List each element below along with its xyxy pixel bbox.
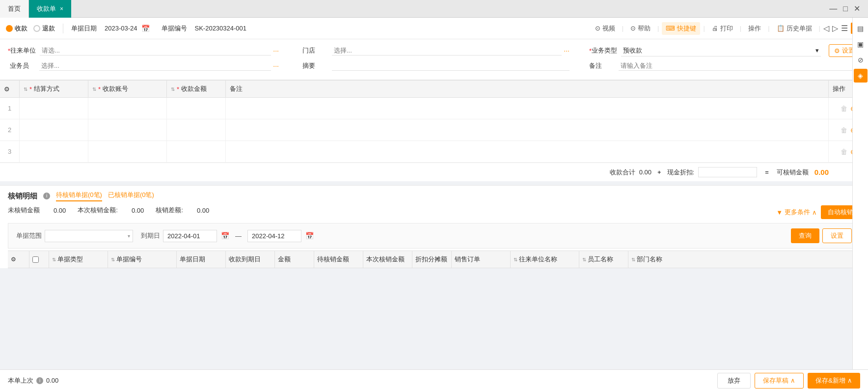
sort-icon-1: ⇅ — [24, 86, 27, 92]
more-conditions-button[interactable]: ▼ 更多条件 ∧ — [776, 208, 817, 217]
list-view-icon[interactable]: ☰ — [841, 24, 848, 33]
bth-bill-date: 单据日期 — [177, 251, 226, 268]
history-icon: 📋 — [777, 25, 785, 32]
last-bill-label: 本单上次 — [8, 376, 33, 385]
operation-button[interactable]: 操作 — [744, 22, 765, 35]
salesperson-input[interactable] — [39, 61, 271, 71]
row1-amount[interactable] — [167, 98, 226, 119]
bth-employee: ⇅ 员工名称 — [579, 251, 628, 268]
video-icon: ⊙ — [595, 25, 600, 32]
row3-amount[interactable] — [167, 141, 226, 162]
save-new-button[interactable]: 保存&新增 ∧ — [808, 373, 860, 389]
bth-gear[interactable]: ⚙ — [8, 251, 29, 268]
tab-pending[interactable]: 待核销单据(0笔) — [56, 191, 102, 201]
receipt-table: ⚙ ⇅ * 结算方式 ⇅ * 收款账号 ⇅ * 收款金额 备注 操作 — [0, 80, 868, 163]
chevron-up-icon: ∧ — [812, 209, 817, 216]
sidebar-link-icon[interactable]: ⊘ — [854, 53, 868, 67]
discount-input[interactable] — [698, 167, 757, 177]
close-icon[interactable]: × — [60, 5, 63, 12]
row1-settle[interactable] — [20, 98, 88, 119]
abandon-button[interactable]: 放弃 — [717, 373, 751, 389]
radio-refund[interactable]: 退款 — [33, 24, 55, 33]
available-label: 可核销金额 — [777, 168, 809, 177]
calendar-icon[interactable]: 📅 — [141, 25, 150, 32]
salesperson-more-icon[interactable]: ··· — [273, 62, 279, 70]
remark-input[interactable] — [619, 61, 860, 71]
delete-icon-2[interactable]: 🗑 — [841, 126, 847, 134]
table-row: 3 🗑 ⊕ — [0, 141, 868, 163]
save-draft-button[interactable]: 保存草稿 ∧ — [755, 373, 804, 389]
due-date-field: 到期日 📅 — 📅 — [141, 230, 314, 242]
form-section: * 往来单位 ··· 门店 ··· * 业务类型 预收款 ▾ — [0, 39, 868, 80]
calendar-to-icon[interactable]: 📅 — [305, 232, 314, 240]
row3-remark[interactable] — [226, 141, 829, 162]
verify-info-icon[interactable]: i — [43, 193, 50, 199]
bth-checkbox[interactable] — [29, 251, 49, 268]
available-value: 0.00 — [814, 168, 829, 176]
save-new-arrow-icon: ∧ — [847, 377, 852, 384]
bth-this-verify: 本次核销金额 — [363, 251, 412, 268]
row2-account[interactable] — [88, 119, 167, 140]
row2-remark[interactable] — [226, 119, 829, 140]
query-button[interactable]: 查询 — [791, 228, 819, 243]
bth-counterpart: ⇅ 往来单位名称 — [511, 251, 579, 268]
row1-account[interactable] — [88, 98, 167, 119]
print-icon: 🖨 — [712, 25, 718, 32]
right-sidebar: ▤ ▣ ⊘ ◈ — [852, 18, 868, 391]
date-from-input[interactable] — [163, 230, 217, 242]
close-window-button[interactable]: ✕ — [854, 4, 860, 13]
row2-amount[interactable] — [167, 119, 226, 140]
store-more-icon[interactable]: ··· — [564, 47, 570, 55]
range-select[interactable] — [45, 230, 133, 242]
sidebar-grid-icon[interactable]: ▣ — [854, 37, 868, 51]
filter-settings-button[interactable]: 设置 — [822, 228, 852, 243]
business-type-select[interactable]: 预收款 ▾ — [621, 45, 821, 56]
sidebar-active-icon[interactable]: ◈ — [854, 69, 868, 83]
delete-icon-1[interactable]: 🗑 — [841, 105, 847, 112]
verify-info-row: 未核销金额 0.00 本次核销金额: 0.00 核销差额: 0.00 — [8, 206, 209, 215]
store-input[interactable] — [332, 46, 562, 56]
table-header: ⚙ ⇅ * 结算方式 ⇅ * 收款账号 ⇅ * 收款金额 备注 操作 — [0, 80, 868, 98]
tab-done[interactable]: 已核销单据(0笔) — [108, 191, 154, 201]
select-all-checkbox[interactable] — [32, 256, 39, 263]
counterpart-more-icon[interactable]: ··· — [273, 47, 279, 55]
diff-value: 0.00 — [197, 207, 209, 214]
bth-discount: 折扣分摊额 — [412, 251, 452, 268]
business-type-field: * 业务类型 预收款 ▾ ⚙ 设置 — [589, 44, 860, 57]
row3-account[interactable] — [88, 141, 167, 162]
footer-info: 本单上次 i 0.00 — [8, 376, 58, 385]
row2-settle[interactable] — [20, 119, 88, 140]
sidebar-table-icon[interactable]: ▤ — [854, 22, 868, 35]
business-type-value: 预收款 — [623, 46, 642, 55]
help-button[interactable]: ⊙ 帮助 — [626, 22, 654, 35]
minimize-button[interactable]: — — [829, 4, 837, 13]
row3-settle[interactable] — [20, 141, 88, 162]
date-to-input[interactable] — [247, 230, 301, 242]
footer-info-icon[interactable]: i — [36, 377, 43, 384]
shortcut-button[interactable]: ⌨ 快捷键 — [662, 22, 700, 35]
remark-field: 备注 — [589, 61, 860, 71]
bth-bill-num: ⇅ 单据编号 — [108, 251, 177, 268]
history-button[interactable]: 📋 历史单据 — [773, 22, 816, 35]
maximize-button[interactable]: □ — [843, 4, 848, 13]
row1-remark[interactable] — [226, 98, 829, 119]
form-row-1: * 往来单位 ··· 门店 ··· * 业务类型 预收款 ▾ — [8, 44, 860, 57]
store-field: 门店 ··· — [298, 46, 570, 56]
video-button[interactable]: ⊙ 视频 — [591, 22, 619, 35]
counterpart-input[interactable] — [40, 46, 271, 56]
tab-home[interactable]: 首页 — [0, 0, 29, 18]
calendar-from-icon[interactable]: 📅 — [221, 232, 229, 240]
summary-input[interactable] — [332, 61, 570, 71]
this-check-value: 0.00 — [132, 207, 144, 214]
print-button[interactable]: 🖨 打印 — [708, 22, 737, 35]
verify-section: 核销明细 i 待核销单据(0笔) 已核销单据(0笔) 未核销金额 0.00 本次… — [0, 185, 868, 268]
arrow-right-icon[interactable]: ▷ — [832, 24, 838, 33]
this-check-label: 本次核销金额: — [78, 206, 118, 215]
radio-receipt[interactable]: 收款 — [6, 24, 27, 33]
delete-icon-3[interactable]: 🗑 — [841, 148, 847, 156]
arrow-left-icon[interactable]: ◁ — [823, 24, 829, 33]
tab-receipt[interactable]: 收款单 × — [29, 0, 71, 18]
help-icon: ⊙ — [630, 25, 636, 32]
th-gear[interactable]: ⚙ — [0, 81, 20, 97]
range-label: 单据范围 — [16, 231, 42, 240]
